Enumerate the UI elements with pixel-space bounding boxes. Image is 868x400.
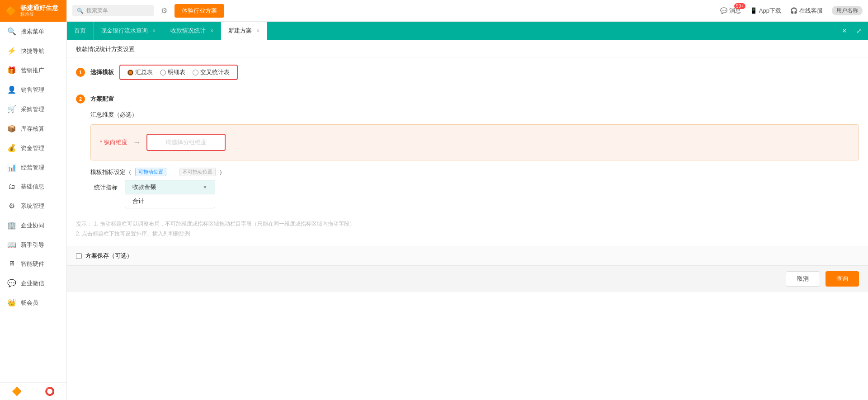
sidebar-label-finance: 资金管理 — [21, 144, 44, 152]
sidebar-bottom: 🔶 ⭕ — [0, 382, 66, 400]
step2-badge: 2 — [76, 94, 85, 104]
hint-1: 提示： 1. 拖动标题栏可以调整布局，不可跨维度或指标区域拖动栏目字段（只能在同… — [76, 219, 859, 229]
dim-arrow-icon: → — [133, 138, 141, 147]
notification-badge[interactable]: 💬 消息 99+ — [720, 7, 741, 15]
sidebar-label-search: 搜索菜单 — [21, 28, 44, 36]
non-draggable-badge: 不可拖动位置 — [179, 168, 216, 176]
tab-home[interactable]: 首页 — [67, 22, 94, 40]
user-info[interactable]: 用户名称 — [832, 6, 863, 15]
app-version: 标准版 — [20, 11, 58, 18]
sidebar-item-wechat[interactable]: 💬企业微信 — [0, 273, 66, 293]
search-box[interactable]: 🔍 搜索菜单 — [72, 5, 154, 16]
sidebar-item-member[interactable]: 👑畅会员 — [0, 293, 66, 312]
save-label: 方案保存（可选） — [85, 252, 132, 260]
quick-icon: ⚡ — [7, 47, 16, 55]
tab-new[interactable]: 新建方案× — [221, 22, 267, 40]
sidebar-label-member: 畅会员 — [21, 299, 38, 307]
sidebar-bottom-icon1[interactable]: 🔶 — [12, 386, 22, 396]
maximize-icon[interactable]: ⤢ — [854, 26, 864, 35]
metrics-stat-label-col: 统计指标 — [90, 180, 121, 208]
download-icon: 📱 — [750, 7, 757, 14]
notification-count: 99+ — [734, 3, 745, 9]
tab-label-home: 首页 — [74, 27, 86, 35]
sidebar-item-purchase[interactable]: 🛒采购管理 — [0, 99, 66, 119]
radio-cross[interactable]: 交叉统计表 — [193, 68, 230, 76]
metrics-grid: 收款金额 ▼ 合计 — [125, 180, 215, 208]
tab-close-new[interactable]: × — [256, 28, 259, 34]
dim-title: 汇总维度（必选） — [90, 111, 859, 119]
radio-detail[interactable]: 明细表 — [160, 68, 185, 76]
sidebar: 🔶 畅捷通好生意 标准版 🔍搜索菜单⚡快捷导航🎁营销推广👤销售管理🛒采购管理📦库… — [0, 0, 67, 400]
tab-receipt[interactable]: 收款情况统计× — [163, 22, 221, 40]
step1-title: 选择模板 — [90, 68, 114, 76]
radio-detail-input[interactable] — [160, 70, 166, 75]
sidebar-label-inventory: 库存核算 — [21, 125, 44, 133]
guide-icon: 📖 — [7, 240, 16, 249]
sidebar-item-collab[interactable]: 🏢企业协同 — [0, 216, 66, 235]
tab-label-receipt: 收款情况统计 — [170, 27, 206, 35]
sidebar-label-hardware: 智能硬件 — [21, 260, 44, 268]
sidebar-item-marketing[interactable]: 🎁营销推广 — [0, 61, 66, 80]
metrics-divider — [170, 168, 176, 176]
download-label: App下载 — [759, 7, 781, 15]
sidebar-label-basic: 基础信息 — [21, 183, 44, 191]
sidebar-item-quick[interactable]: ⚡快捷导航 — [0, 41, 66, 61]
radio-cross-input[interactable] — [193, 70, 198, 75]
tab-close-cashflow[interactable]: × — [152, 28, 156, 34]
tab-label-cashflow: 现金银行流水查询 — [101, 27, 148, 35]
save-checkbox[interactable] — [76, 253, 82, 259]
support-icon: 🎧 — [790, 7, 797, 14]
radio-summary-input[interactable] — [127, 70, 133, 75]
query-button[interactable]: 查询 — [826, 271, 859, 287]
inventory-icon: 📦 — [7, 124, 16, 133]
sidebar-item-hardware[interactable]: 🖥智能硬件 — [0, 254, 66, 273]
radio-summary[interactable]: 汇总表 — [127, 68, 153, 76]
step2-section: 2 方案配置 汇总维度（必选） 纵向维度 → 请选择分组维度 — [67, 94, 868, 216]
content-area: 收款情况统计方案设置 1 选择模板 汇总表 明细表 — [67, 40, 868, 400]
col-header-text: 收款金额 — [132, 183, 156, 191]
step1-section: 1 选择模板 汇总表 明细表 交叉统计表 — [67, 57, 868, 94]
dim-row: 纵向维度 → 请选择分组维度 — [100, 134, 849, 151]
metrics-title: 模板指标设定（ 可拖动位置 不可拖动位置 ） — [90, 168, 859, 176]
sidebar-item-system[interactable]: ⚙系统管理 — [0, 196, 66, 216]
sidebar-item-inventory[interactable]: 📦库存核算 — [0, 119, 66, 138]
metrics-title-text: 模板指标设定（ — [90, 168, 132, 176]
sidebar-label-purchase: 采购管理 — [21, 105, 44, 113]
logo-icon: 🔶 — [5, 5, 17, 16]
support-link[interactable]: 🎧 在线客服 — [790, 7, 823, 15]
content-inner: 收款情况统计方案设置 1 选择模板 汇总表 明细表 — [67, 40, 868, 400]
settings-icon[interactable]: ⚙ — [161, 6, 167, 15]
sidebar-label-quick: 快捷导航 — [21, 47, 44, 55]
dim-select[interactable]: 请选择分组维度 — [146, 134, 226, 151]
sidebar-item-sales[interactable]: 👤销售管理 — [0, 80, 66, 99]
hint-2: 2. 点击标题栏下拉可设置排序、插入列和删除列 — [76, 229, 859, 239]
sidebar-item-basic[interactable]: 🗂基础信息 — [0, 177, 66, 196]
orange-icon1: 🔶 — [12, 386, 22, 396]
download-link[interactable]: 📱 App下载 — [750, 7, 781, 15]
tab-close-receipt[interactable]: × — [210, 28, 213, 34]
cancel-button[interactable]: 取消 — [786, 271, 820, 287]
metrics-close-paren: ） — [219, 168, 225, 176]
purchase-icon: 🛒 — [7, 105, 16, 113]
sidebar-item-operation[interactable]: 📊经营管理 — [0, 158, 66, 177]
sidebar-item-search[interactable]: 🔍搜索菜单 — [0, 22, 66, 41]
close-window-icon[interactable]: ✕ — [839, 26, 850, 35]
sales-icon: 👤 — [7, 85, 16, 94]
tabbar: 首页现金银行流水查询×收款情况统计×新建方案× ✕ ⤢ — [67, 22, 868, 40]
system-icon: ⚙ — [7, 202, 16, 210]
dim-title-text: 汇总维度（必选） — [90, 111, 137, 118]
sidebar-label-guide: 新手引导 — [21, 241, 44, 249]
tab-cashflow[interactable]: 现金银行流水查询× — [94, 22, 163, 40]
stat-label: 统计指标 — [90, 180, 121, 195]
save-option-row: 方案保存（可选） — [67, 246, 868, 265]
sidebar-item-finance[interactable]: 💰资金管理 — [0, 138, 66, 158]
sidebar-bottom-icon2[interactable]: ⭕ — [45, 386, 55, 396]
page-title: 收款情况统计方案设置 — [67, 40, 868, 57]
sidebar-item-guide[interactable]: 📖新手引导 — [0, 235, 66, 254]
search-icon: 🔍 — [77, 8, 84, 14]
operation-icon: 📊 — [7, 163, 16, 172]
metrics-header[interactable]: 收款金额 ▼ — [125, 180, 215, 194]
sidebar-logo: 🔶 畅捷通好生意 标准版 — [0, 0, 66, 22]
trial-button[interactable]: 体验行业方案 — [175, 4, 224, 18]
col-dropdown-arrow[interactable]: ▼ — [203, 184, 208, 190]
